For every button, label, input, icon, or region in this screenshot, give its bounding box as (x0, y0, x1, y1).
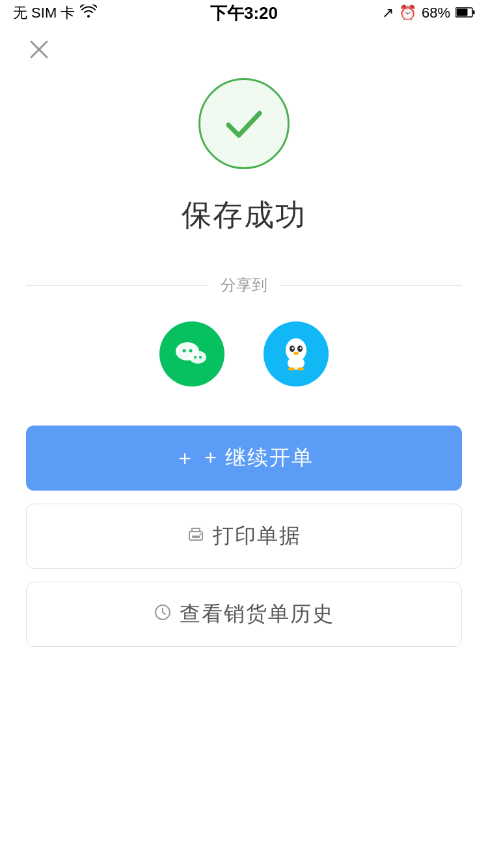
status-time: 下午3:20 (210, 2, 278, 25)
wechat-icon (172, 334, 211, 373)
alarm-icon: ⏰ (399, 5, 416, 21)
svg-point-19 (297, 368, 304, 371)
svg-point-9 (194, 356, 197, 359)
close-button[interactable] (23, 34, 55, 65)
svg-rect-2 (457, 9, 468, 16)
svg-point-18 (288, 368, 295, 371)
location-icon: ↗ (382, 5, 394, 21)
svg-rect-21 (192, 536, 200, 538)
status-bar: 无 SIM 卡 下午3:20 ↗ ⏰ 68% (0, 0, 488, 26)
svg-rect-1 (473, 10, 475, 14)
success-title: 保存成功 (182, 195, 306, 236)
continue-plus-icon: ＋ (174, 444, 197, 472)
history-icon (154, 603, 172, 626)
history-label: 查看销货单历史 (180, 600, 334, 629)
svg-point-16 (300, 347, 302, 349)
svg-point-7 (183, 349, 186, 353)
share-row (159, 321, 329, 387)
svg-point-6 (189, 351, 206, 364)
print-button[interactable]: 打印单据 (26, 504, 462, 569)
checkmark-icon (221, 100, 267, 147)
svg-point-15 (292, 347, 294, 349)
continue-button[interactable]: ＋ + 继续开单 (26, 426, 462, 491)
wifi-icon (80, 5, 97, 21)
buttons-section: ＋ + 继续开单 打印单据 查看销货单历 (0, 426, 488, 647)
svg-point-8 (189, 349, 193, 353)
sim-status: 无 SIM 卡 (13, 3, 75, 23)
share-label: 分享到 (208, 275, 280, 295)
svg-point-10 (199, 356, 202, 359)
svg-point-17 (293, 352, 299, 355)
share-qq-button[interactable] (264, 321, 329, 387)
success-circle (198, 78, 290, 169)
divider-right (280, 285, 462, 286)
status-left: 无 SIM 卡 (13, 3, 97, 23)
print-label: 打印单据 (213, 522, 301, 550)
share-wechat-button[interactable] (159, 321, 224, 387)
main-content: 保存成功 分享到 (0, 26, 488, 647)
continue-label: + 继续开单 (204, 444, 314, 472)
divider-left (26, 285, 208, 286)
history-button[interactable]: 查看销货单历史 (26, 582, 462, 647)
share-divider: 分享到 (0, 275, 488, 295)
battery-level: 68% (422, 5, 450, 21)
svg-point-22 (200, 533, 202, 535)
status-right: ↗ ⏰ 68% (382, 5, 475, 21)
close-icon (29, 39, 49, 60)
qq-icon (277, 334, 316, 373)
print-icon (187, 525, 205, 548)
battery-icon (455, 5, 475, 21)
